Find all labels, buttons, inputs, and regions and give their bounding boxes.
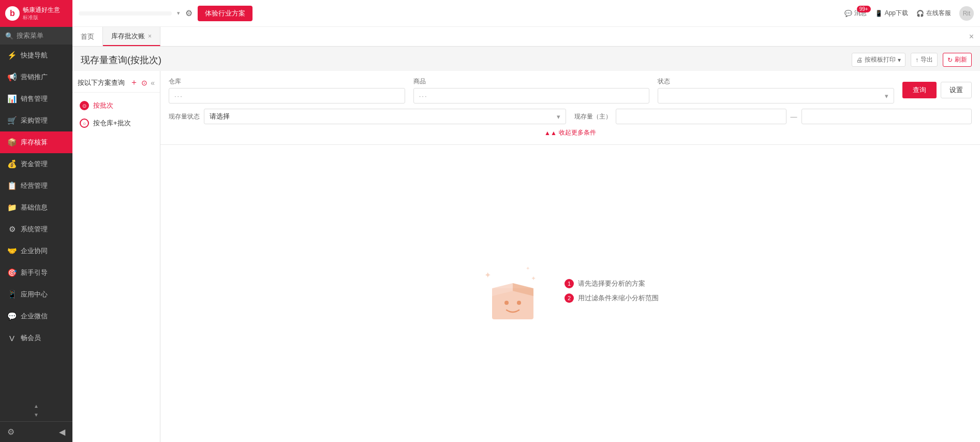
filter-inventory-status-select[interactable]: 请选择 ▾ [204, 109, 566, 124]
scheme-collapse-button[interactable]: « [151, 79, 155, 87]
sidebar-item-system[interactable]: ⚙ 系统管理 [0, 218, 72, 240]
tab-home[interactable]: 首页 [72, 27, 103, 46]
filter-warehouse-label: 仓库 [169, 77, 405, 86]
filter-product-input[interactable]: ··· [413, 88, 650, 104]
collapse-more-button[interactable]: ▲▲ 收起更多条件 [169, 124, 972, 138]
filter-main-qty-from[interactable] [616, 109, 786, 124]
export-button[interactable]: ↑ 导出 [911, 53, 938, 67]
sidebar-item-enterprise[interactable]: 🤝 企业协同 [0, 240, 72, 262]
scroll-up-btn[interactable]: ▲ [32, 402, 40, 410]
scheme-panel: 按以下方案查询 ＋ ⊙ « ⊙ 按批次 ○ 按仓库+批次 [72, 71, 160, 442]
topbar-search-box[interactable] [79, 11, 172, 16]
collapse-up-icon: ▲▲ [544, 129, 557, 137]
sidebar-item-marketing[interactable]: 📢 营销推广 [0, 66, 72, 88]
sidebar-item-label: 企业协同 [21, 246, 48, 256]
refresh-button[interactable]: ↻ 刷新 [943, 53, 972, 67]
sidebar-item-purchase[interactable]: 🛒 采购管理 [0, 110, 72, 131]
apps-icon: 📱 [7, 290, 17, 299]
sidebar-item-apps[interactable]: 📱 应用中心 [0, 284, 72, 305]
sidebar-item-basic[interactable]: 📁 基础信息 [0, 197, 72, 218]
filter-status-select[interactable]: ▾ [658, 88, 894, 104]
warehouse-input-dots: ··· [174, 92, 183, 100]
app-download-button[interactable]: 📱 App下载 [875, 9, 908, 18]
scheme-list: ⊙ 按批次 ○ 按仓库+批次 [72, 93, 160, 136]
brand-logo: b [5, 6, 20, 21]
product-input-dots: ··· [419, 92, 428, 100]
download-icon: 📱 [875, 10, 883, 17]
topbar: ▾ ⚙ 体验行业方案 💬 消息 99+ 📱 App下载 🎧 在线客服 Rit [72, 0, 980, 27]
scheme-add-button[interactable]: ＋ [130, 77, 138, 88]
sidebar-search-label: 搜索菜单 [17, 31, 43, 40]
filter-status-label: 状态 [658, 77, 894, 86]
filter-warehouse-input[interactable]: ··· [169, 88, 405, 104]
sidebar-item-finance[interactable]: 💰 资金管理 [0, 153, 72, 175]
basic-icon: 📁 [7, 203, 17, 212]
sidebar-item-label: 库存核算 [21, 138, 48, 147]
scheme-settings-button[interactable]: ⊙ [141, 79, 147, 87]
vip-icon: V [7, 333, 17, 343]
footer-settings-icon[interactable]: ⚙ [7, 427, 14, 437]
svg-text:✦: ✦ [531, 275, 536, 282]
settings-button[interactable]: 设置 [941, 82, 972, 98]
online-service-button[interactable]: 🎧 在线客服 [916, 9, 951, 18]
scheme-item-by-batch[interactable]: ⊙ 按批次 [72, 97, 160, 114]
sidebar-footer: ⚙ ◀ [0, 421, 72, 442]
empty-step-1-text: 请先选择要分析的方案 [578, 279, 645, 288]
empty-step-1: 1 请先选择要分析的方案 [565, 279, 659, 288]
main-content: 首页 库存批次账 × × 现存量查询(按批次) 🖨 按模板打印 ▾ ↑ 导出 ↻… [72, 27, 980, 442]
sidebar-item-inventory[interactable]: 📦 库存核算 [0, 131, 72, 153]
sidebar-item-label: 快捷导航 [21, 51, 48, 60]
purchase-icon: 🛒 [7, 116, 17, 125]
sales-icon: 📊 [7, 94, 17, 104]
inventory-status-arrow: ▾ [557, 113, 560, 121]
service-icon: 🎧 [916, 10, 924, 17]
sidebar-header: b 畅康通好生意 标准版 [0, 0, 72, 27]
collapse-more-label: 收起更多条件 [559, 128, 596, 137]
filter-product-group: 商品 ··· [413, 77, 650, 104]
inventory-icon: 📦 [7, 138, 17, 147]
sidebar-item-label: 营销推广 [21, 72, 48, 82]
user-name: Rit [963, 10, 971, 17]
filter-row-1: 仓库 ··· 商品 ··· 状态 [169, 77, 972, 104]
tab-inventory-batch[interactable]: 库存批次账 × [103, 27, 160, 46]
topbar-gear-icon[interactable]: ⚙ [185, 8, 192, 18]
scheme-item-label: 按仓库+批次 [93, 119, 131, 128]
messages-button[interactable]: 💬 消息 99+ [844, 9, 867, 18]
query-button[interactable]: 查询 [902, 82, 937, 98]
sidebar-item-operations[interactable]: 📋 经营管理 [0, 175, 72, 197]
export-icon: ↑ [915, 56, 918, 64]
tab-active-label: 库存批次账 [111, 32, 145, 41]
refresh-label: 刷新 [955, 55, 967, 64]
brand-name: 畅康通好生意 [23, 6, 60, 14]
print-button[interactable]: 🖨 按模板打印 ▾ [852, 53, 905, 67]
trial-button[interactable]: 体验行业方案 [198, 6, 253, 21]
search-icon: 🔍 [5, 32, 13, 40]
sidebar-search[interactable]: 🔍 搜索菜单 [0, 27, 72, 45]
svg-point-3 [504, 301, 509, 305]
topbar-dropdown-arrow[interactable]: ▾ [177, 10, 180, 17]
messages-badge: 99+ [857, 6, 871, 12]
sidebar-item-newbie[interactable]: 🎯 新手引导 [0, 262, 72, 284]
scheme-item-by-warehouse-batch[interactable]: ○ 按仓库+批次 [72, 114, 160, 132]
sidebar-item-quick-nav[interactable]: ⚡ 快捷导航 [0, 45, 72, 66]
quick-nav-icon: ⚡ [7, 51, 17, 60]
sidebar-item-wechat[interactable]: 💬 企业微信 [0, 305, 72, 327]
tabs-right-close[interactable]: × [963, 32, 980, 41]
scroll-down-btn[interactable]: ▼ [32, 410, 40, 419]
finance-icon: 💰 [7, 159, 17, 169]
tab-close-icon[interactable]: × [148, 33, 152, 40]
user-avatar-button[interactable]: Rit [959, 6, 974, 21]
print-dropdown-arrow[interactable]: ▾ [898, 56, 901, 64]
scheme-item-icon: ○ [80, 119, 89, 128]
footer-collapse-icon[interactable]: ◀ [59, 427, 65, 437]
content-area: 按以下方案查询 ＋ ⊙ « ⊙ 按批次 ○ 按仓库+批次 [72, 71, 980, 442]
brand-edition: 标准版 [23, 14, 60, 21]
sidebar-item-sales[interactable]: 📊 销售管理 [0, 88, 72, 110]
print-icon: 🖨 [856, 56, 863, 64]
filter-main-qty-to[interactable] [801, 109, 972, 124]
operations-icon: 📋 [7, 181, 17, 190]
filter-main-qty-label: 现存量（主） [574, 112, 612, 121]
sidebar-item-label: 新手引导 [21, 268, 48, 277]
sidebar-item-vip[interactable]: V 畅会员 [0, 327, 72, 349]
step-num-2: 2 [565, 293, 574, 303]
